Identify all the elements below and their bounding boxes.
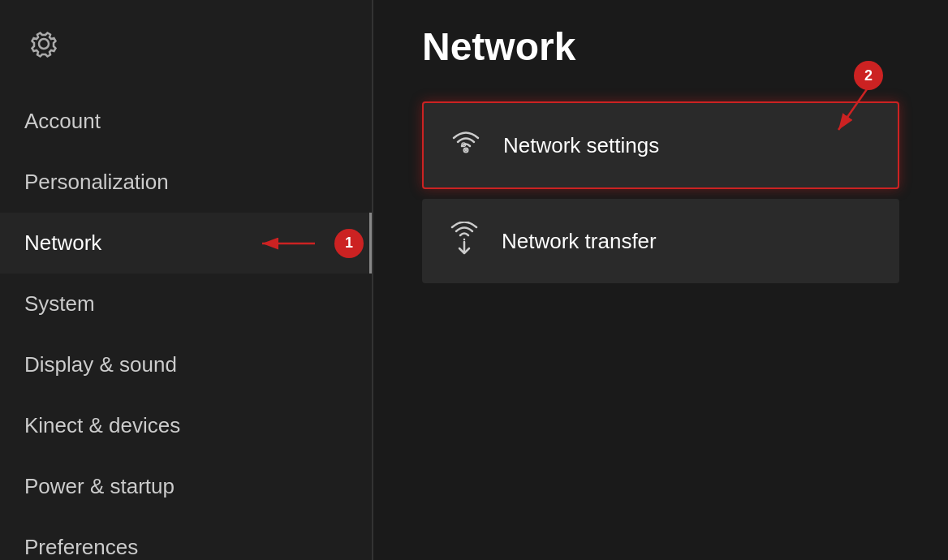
settings-card-network-transfer[interactable]: Network transfer <box>422 199 899 283</box>
sidebar-item-network[interactable]: Network 1 <box>0 213 372 274</box>
annotation-arrow-2 <box>834 85 883 134</box>
wifi-transfer-icon <box>446 222 482 261</box>
sidebar-item-system[interactable]: System <box>0 274 372 334</box>
settings-card-network-settings[interactable]: Network settings <box>422 101 899 189</box>
sidebar-item-account[interactable]: Account <box>0 91 372 152</box>
card-label-network-transfer: Network transfer <box>502 229 657 254</box>
gear-icon-container <box>0 16 372 91</box>
sidebar-item-display-sound[interactable]: Display & sound <box>0 334 372 395</box>
sidebar-item-kinect-devices[interactable]: Kinect & devices <box>0 395 372 456</box>
card-label-network-settings: Network settings <box>503 133 659 158</box>
sidebar-item-preferences[interactable]: Preferences <box>0 517 372 560</box>
settings-cards: 2 <box>422 101 899 283</box>
annotation-badge-2-container: 2 <box>854 61 883 90</box>
settings-gear-icon <box>24 24 63 63</box>
svg-line-3 <box>838 89 867 130</box>
main-content: Network 2 <box>373 0 948 560</box>
annotation-arrow-1 <box>258 231 323 256</box>
page-title: Network <box>422 24 899 69</box>
sidebar-item-personalization[interactable]: Personalization <box>0 152 372 213</box>
sidebar: Account Personalization Network 1 System <box>0 0 373 560</box>
wifi-settings-icon <box>448 126 484 165</box>
annotation-badge-1: 1 <box>334 229 364 258</box>
sidebar-nav: Account Personalization Network 1 System <box>0 91 372 560</box>
sidebar-item-power-startup[interactable]: Power & startup <box>0 456 372 517</box>
